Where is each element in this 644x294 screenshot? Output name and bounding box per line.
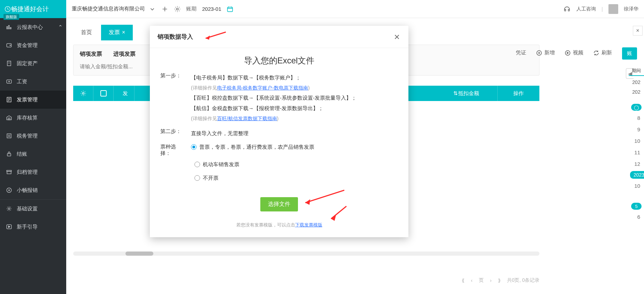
step1-sub2-suffix: ) — [277, 116, 279, 121]
foot-text: 若您没有发票模版，可以点击 — [236, 222, 295, 227]
radio-label: 不开票 — [203, 172, 219, 184]
modal-close-button[interactable] — [393, 33, 401, 41]
radio-vehicle-invoice[interactable]: 机动车销售发票 — [194, 158, 239, 171]
radio-dot-icon — [194, 175, 200, 181]
radio-general-invoice[interactable]: 普票，专票，卷票，通行费发票，农产品销售发票 — [191, 144, 314, 150]
step1-line3: 【航信】金税盘数据下载→【报税管理-发票数据导出】； — [191, 103, 356, 114]
radio-no-invoice[interactable]: 不开票 — [194, 172, 219, 184]
step1-line1: 【电子税务局】数据下载→【税务数字账户】； — [191, 72, 356, 83]
radio-label: 机动车销售发票 — [203, 158, 239, 171]
step1-sub-suffix: ) — [308, 85, 310, 91]
radio-label: 普票，专票，卷票，通行费发票，农产品销售发票 — [199, 144, 314, 150]
step1-line2: 【百旺】税控盘数据下载→【系统设置-系统参数设置-发票批量导入】； — [191, 93, 356, 103]
step2-text: 直接导入文件，无需整理 — [191, 128, 248, 139]
step1-label: 第一步： — [160, 72, 185, 123]
radio-dot-icon — [191, 144, 197, 150]
guide-link-tax[interactable]: 电子税务局-税务数字账户-数电票下载指南 — [217, 85, 308, 91]
step1-sub-prefix: (详细操作见 — [191, 85, 217, 91]
import-modal: 销项数据导入 导入您的Excel文件 第一步： 【电子税务局】数据下载→【税务数… — [150, 26, 408, 237]
download-template-link[interactable]: 下载发票模版 — [295, 222, 322, 227]
modal-title: 销项数据导入 — [158, 33, 193, 41]
type-label: 票种选择： — [160, 144, 185, 157]
modal-heading: 导入您的Excel文件 — [160, 55, 398, 66]
choose-file-button[interactable]: 选择文件 — [260, 197, 298, 211]
step1-sub2-prefix: (详细操作见 — [191, 116, 217, 121]
guide-link-baiwang[interactable]: 百旺/航信发票数据下载指南 — [217, 116, 277, 121]
step2-label: 第二步： — [160, 128, 185, 139]
radio-dot-icon — [194, 162, 200, 167]
